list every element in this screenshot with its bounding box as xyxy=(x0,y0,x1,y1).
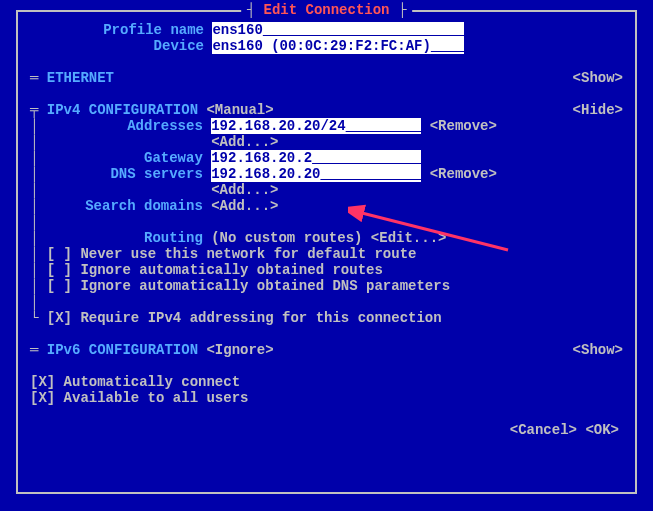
ipv4-hide-button[interactable]: <Hide> xyxy=(573,102,623,118)
routing-edit-button[interactable]: <Edit...> xyxy=(371,230,447,246)
ipv6-heading: IPv6 CONFIGURATION xyxy=(47,342,198,358)
ignore-auto-routes-checkbox[interactable]: [ ] Ignore automatically obtained routes xyxy=(47,262,383,278)
ok-button[interactable]: <OK> xyxy=(585,422,619,438)
ipv4-heading: IPv4 CONFIGURATION xyxy=(47,102,198,118)
address-remove-button[interactable]: <Remove> xyxy=(430,118,497,134)
dialog-window: ┤ Edit Connection ├ Profile name ens160 … xyxy=(16,10,637,494)
profile-name-label: Profile name xyxy=(30,22,204,38)
auto-connect-checkbox[interactable]: [X] Automatically connect xyxy=(30,374,240,390)
ipv6-show-button[interactable]: <Show> xyxy=(573,342,623,358)
require-ipv4-checkbox[interactable]: [X] Require IPv4 addressing for this con… xyxy=(47,310,442,326)
search-add-button[interactable]: <Add...> xyxy=(211,198,278,214)
dns-input[interactable]: 192.168.20.20 xyxy=(211,166,421,182)
ipv6-mode-select[interactable]: <Ignore> xyxy=(206,342,273,358)
device-label: Device xyxy=(30,38,204,54)
ethernet-show-button[interactable]: <Show> xyxy=(573,70,623,86)
device-input[interactable]: ens160 (00:0C:29:F2:FC:AF) xyxy=(212,38,464,54)
routing-value: (No custom routes) xyxy=(211,230,362,246)
profile-name-input[interactable]: ens160 xyxy=(212,22,464,38)
gateway-label: Gateway xyxy=(47,150,203,166)
address-input[interactable]: 192.168.20.20/24 xyxy=(211,118,421,134)
dns-add-button[interactable]: <Add...> xyxy=(211,182,278,198)
never-default-route-checkbox[interactable]: [ ] Never use this network for default r… xyxy=(47,246,417,262)
cancel-button[interactable]: <Cancel> xyxy=(510,422,577,438)
ipv4-mode-select[interactable]: <Manual> xyxy=(206,102,273,118)
dns-label: DNS servers xyxy=(47,166,203,182)
addresses-label: Addresses xyxy=(47,118,203,134)
dns-remove-button[interactable]: <Remove> xyxy=(430,166,497,182)
routing-label: Routing xyxy=(47,230,203,246)
title-bar: ┤ Edit Connection ├ xyxy=(241,2,413,18)
address-add-button[interactable]: <Add...> xyxy=(211,134,278,150)
gateway-input[interactable]: 192.168.20.2 xyxy=(211,150,421,166)
dialog-title: Edit Connection xyxy=(263,2,389,18)
available-all-users-checkbox[interactable]: [X] Available to all users xyxy=(30,390,248,406)
ethernet-heading: ETHERNET xyxy=(47,70,114,86)
search-domains-label: Search domains xyxy=(47,198,203,214)
ignore-auto-dns-checkbox[interactable]: [ ] Ignore automatically obtained DNS pa… xyxy=(47,278,450,294)
